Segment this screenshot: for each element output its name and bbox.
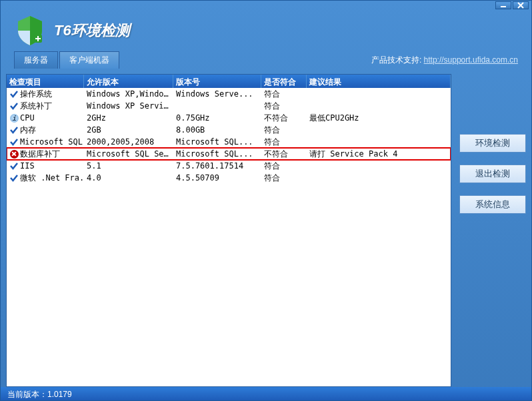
support-link[interactable]: http://support.ufida.com.cn bbox=[424, 55, 518, 65]
cell-suggestion bbox=[307, 129, 451, 131]
cell-version: 7.5.7601.17514 bbox=[173, 160, 261, 172]
table-row[interactable]: 内存2GB8.00GB符合 bbox=[7, 124, 451, 136]
check-table: 检查项目 允许版本 版本号 是否符合 建议结果 操作系统Windows XP,W… bbox=[6, 74, 451, 387]
check-icon bbox=[9, 125, 19, 135]
cell-suggestion: 请打 Service Pack 4 bbox=[307, 147, 451, 161]
check-icon bbox=[9, 137, 19, 147]
check-icon bbox=[9, 173, 19, 183]
cell-allowed: Windows XP Servic... bbox=[84, 100, 173, 112]
row-name: Microsoft SQL... bbox=[20, 137, 84, 147]
table-body: 操作系统Windows XP,Window...Windows Serve...… bbox=[7, 88, 451, 184]
th-version-no[interactable]: 版本号 bbox=[173, 75, 261, 88]
cell-allowed: 2GHz bbox=[84, 112, 173, 124]
version-value: 1.0179 bbox=[47, 390, 72, 399]
table-row[interactable]: Microsoft SQL...2000,2005,2008Microsoft … bbox=[7, 136, 451, 148]
cell-version: 8.00GB bbox=[173, 124, 261, 136]
cell-check-item: IIS bbox=[7, 160, 84, 172]
cell-check-item: CPU bbox=[7, 112, 84, 124]
cell-check-item: Microsoft SQL... bbox=[7, 136, 84, 148]
cell-check-item: 系统补丁 bbox=[7, 99, 84, 113]
tab-server[interactable]: 服务器 bbox=[14, 51, 58, 69]
env-check-button[interactable]: 环境检测 bbox=[459, 134, 526, 153]
app-window: T6环境检测 服务器 客户端机器 产品技术支持: http://support.… bbox=[0, 0, 532, 401]
exit-check-button[interactable]: 退出检测 bbox=[459, 165, 526, 183]
tab-client[interactable]: 客户端机器 bbox=[59, 51, 119, 69]
cell-suggestion bbox=[307, 93, 451, 95]
error-icon bbox=[9, 149, 19, 159]
th-suggestion[interactable]: 建议结果 bbox=[307, 75, 451, 88]
close-button[interactable] bbox=[513, 1, 529, 9]
cell-suggestion bbox=[307, 105, 451, 107]
table-row[interactable]: IIS5.17.5.7601.17514符合 bbox=[7, 160, 451, 172]
tab-row: 服务器 客户端机器 产品技术支持: http://support.ufida.c… bbox=[1, 51, 531, 69]
cell-check-item: 微软 .Net Fra... bbox=[7, 171, 84, 185]
table-row[interactable]: CPU2GHz0.75GHz不符合最低CPU2GHz bbox=[7, 112, 451, 124]
cell-allowed: 2GB bbox=[84, 124, 173, 136]
header: T6环境检测 bbox=[1, 10, 531, 51]
row-name: 微软 .Net Fra... bbox=[20, 173, 84, 184]
shield-logo-icon bbox=[14, 15, 46, 47]
th-check-item[interactable]: 检查项目 bbox=[7, 75, 84, 88]
table-header: 检查项目 允许版本 版本号 是否符合 建议结果 bbox=[7, 75, 451, 88]
cell-allowed: 4.0 bbox=[84, 172, 173, 184]
titlebar bbox=[1, 1, 531, 10]
table-row[interactable]: 数据库补丁Microsoft SQL Ser...Microsoft SQL..… bbox=[7, 148, 451, 160]
app-title: T6环境检测 bbox=[54, 21, 130, 41]
cell-suggestion bbox=[307, 165, 451, 167]
cell-check-item: 数据库补丁 bbox=[7, 147, 84, 161]
check-icon bbox=[9, 101, 19, 111]
cell-allowed: Windows XP,Window... bbox=[84, 88, 173, 100]
cell-version bbox=[173, 105, 261, 107]
sys-info-button[interactable]: 系统信息 bbox=[459, 195, 526, 214]
row-name: 系统补丁 bbox=[20, 101, 52, 112]
table-row[interactable]: 操作系统Windows XP,Window...Windows Serve...… bbox=[7, 88, 451, 100]
info-icon bbox=[9, 113, 19, 123]
th-allowed-version[interactable]: 允许版本 bbox=[84, 75, 173, 88]
cell-suggestion bbox=[307, 141, 451, 143]
support-label: 产品技术支持: bbox=[371, 55, 421, 65]
support-text: 产品技术支持: http://support.ufida.com.cn bbox=[371, 55, 518, 66]
th-match[interactable]: 是否符合 bbox=[261, 75, 307, 88]
row-name: 数据库补丁 bbox=[20, 149, 60, 160]
row-name: CPU bbox=[20, 113, 35, 123]
cell-match: 符合 bbox=[261, 171, 307, 185]
cell-allowed: 5.1 bbox=[84, 160, 173, 172]
check-icon bbox=[9, 89, 19, 99]
cell-version: Microsoft SQL... bbox=[173, 148, 261, 160]
cell-version: 0.75GHz bbox=[173, 112, 261, 124]
content-area: 检查项目 允许版本 版本号 是否符合 建议结果 操作系统Windows XP,W… bbox=[1, 69, 531, 392]
cell-allowed: 2000,2005,2008 bbox=[84, 136, 173, 148]
table-row[interactable]: 系统补丁Windows XP Servic...符合 bbox=[7, 100, 451, 112]
cell-allowed: Microsoft SQL Ser... bbox=[84, 148, 173, 160]
cell-version: 4.5.50709 bbox=[173, 172, 261, 184]
minimize-button[interactable] bbox=[495, 1, 511, 9]
row-name: IIS bbox=[20, 161, 35, 171]
row-name: 操作系统 bbox=[20, 89, 52, 100]
cell-match: 不符合 bbox=[261, 147, 307, 161]
cell-suggestion bbox=[307, 177, 451, 179]
statusbar: 当前版本：1.0179 bbox=[1, 387, 531, 400]
table-row[interactable]: 微软 .Net Fra...4.04.5.50709符合 bbox=[7, 172, 451, 184]
cell-version: Windows Serve... bbox=[173, 88, 261, 100]
row-name: 内存 bbox=[20, 125, 36, 136]
version-label: 当前版本： bbox=[7, 390, 47, 399]
side-buttons: 环境检测 退出检测 系统信息 bbox=[459, 74, 526, 387]
cell-version: Microsoft SQL... bbox=[173, 136, 261, 148]
check-icon bbox=[9, 161, 19, 171]
cell-suggestion: 最低CPU2GHz bbox=[307, 111, 451, 125]
cell-check-item: 内存 bbox=[7, 123, 84, 137]
